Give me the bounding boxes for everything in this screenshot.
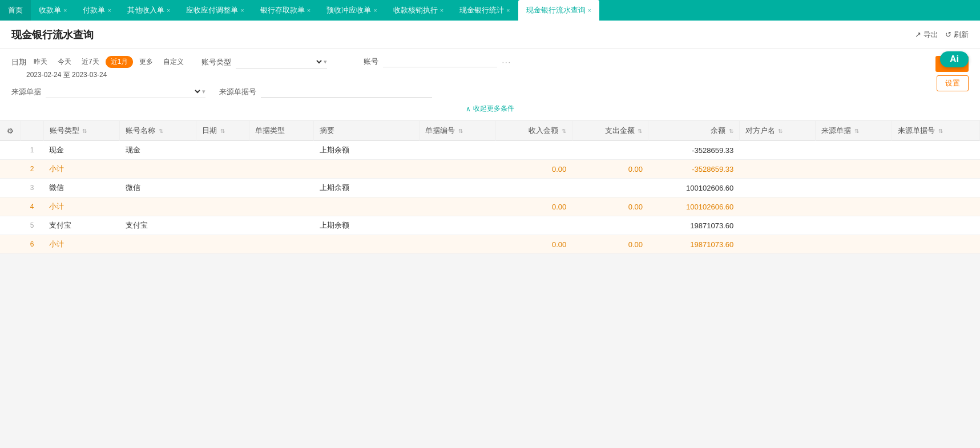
account-type-dropdown-icon: ▾: [324, 58, 327, 66]
nav-receipt-verify[interactable]: 收款核销执行 ×: [385, 0, 451, 21]
column-income[interactable]: 收入金额 ⇅: [496, 121, 572, 141]
nav-bank-deposit[interactable]: 银行存取款单 ×: [252, 0, 318, 21]
date-btn-1month[interactable]: 近1月: [106, 56, 134, 68]
cell-income: [496, 179, 572, 197]
nav-payment-close[interactable]: ×: [107, 0, 111, 21]
nav-payment[interactable]: 付款单 ×: [75, 0, 119, 21]
table-row: 5支付宝支付宝上期余额19871073.60: [0, 216, 980, 235]
cell-index: 6: [21, 235, 43, 254]
nav-prepaid-close[interactable]: ×: [373, 0, 377, 21]
cell-counterparty: [739, 179, 816, 197]
cell-doc-type: [249, 216, 314, 235]
nav-receipt-verify-close[interactable]: ×: [440, 0, 443, 21]
cell-gear: [0, 179, 21, 197]
refresh-button[interactable]: ↺ 刷新: [945, 30, 969, 40]
settings-button[interactable]: 设置: [937, 75, 969, 91]
source-doc-no-input-wrapper: [261, 86, 432, 98]
table-row: 6小计0.000.0019871073.60: [0, 235, 980, 254]
cell-source-doc: [816, 197, 892, 216]
column-source-doc-no[interactable]: 来源单据号 ⇅: [892, 121, 980, 141]
cell-source-doc-no: [892, 179, 980, 197]
cell-account-type: 小计: [43, 197, 120, 216]
cell-income: [496, 141, 572, 160]
date-btn-7days[interactable]: 近7天: [78, 56, 103, 68]
column-source-doc[interactable]: 来源单据 ⇅: [816, 121, 892, 141]
nav-bank-flow-close[interactable]: ×: [588, 0, 591, 21]
cell-summary: [314, 197, 420, 216]
column-balance[interactable]: 余额 ⇅: [648, 121, 739, 141]
cell-account-type: 支付宝: [43, 216, 120, 235]
cell-date: [196, 160, 249, 179]
cell-counterparty: [739, 216, 816, 235]
column-expense[interactable]: 支出金额 ⇅: [572, 121, 648, 141]
nav-ar-ap-adjust[interactable]: 应收应付调整单 ×: [178, 0, 252, 21]
cell-balance: 19871073.60: [648, 216, 739, 235]
cell-summary: 上期余额: [314, 179, 420, 197]
cell-counterparty: [739, 197, 816, 216]
export-button[interactable]: ↗ 导出: [915, 30, 938, 40]
nav-bank-deposit-close[interactable]: ×: [307, 0, 310, 21]
page-title: 现金银行流水查询: [11, 28, 94, 42]
nav-ar-ap-close[interactable]: ×: [240, 0, 244, 21]
column-account-name[interactable]: 账号名称 ⇅: [120, 121, 196, 141]
date-options: 昨天 今天 近7天 近1月 更多 自定义: [30, 56, 188, 68]
cell-index: 2: [21, 160, 43, 179]
cell-doc-no: [420, 235, 496, 254]
source-doc-no-input[interactable]: [261, 86, 432, 97]
cell-doc-type: [249, 179, 314, 197]
nav-prepaid-offset[interactable]: 预收冲应收单 ×: [318, 0, 385, 21]
nav-other-income[interactable]: 其他收入单 ×: [119, 0, 178, 21]
date-btn-custom[interactable]: 自定义: [159, 56, 188, 68]
source-doc-dropdown-icon: ▾: [202, 88, 205, 95]
column-gear[interactable]: ⚙: [0, 121, 21, 141]
column-index: [21, 121, 43, 141]
collapse-bar[interactable]: ∧ 收起更多条件: [11, 104, 969, 114]
source-doc-select[interactable]: [46, 86, 202, 98]
date-btn-today[interactable]: 今天: [54, 56, 75, 68]
cell-account-type: 小计: [43, 235, 120, 254]
date-btn-yesterday[interactable]: 昨天: [30, 56, 51, 68]
cell-counterparty: [739, 160, 816, 179]
cell-source-doc-no: [892, 235, 980, 254]
cell-account-name: [120, 160, 196, 179]
export-icon: ↗: [915, 30, 921, 39]
cell-index: 4: [21, 197, 43, 216]
nav-bank-stats-close[interactable]: ×: [506, 0, 510, 21]
nav-receipt-close[interactable]: ×: [63, 0, 67, 21]
column-date[interactable]: 日期 ⇅: [196, 121, 249, 141]
account-type-select[interactable]: [236, 56, 324, 68]
nav-receipt[interactable]: 收款单 ×: [31, 0, 75, 21]
cell-source-doc-no: [892, 216, 980, 235]
nav-bank-stats[interactable]: 现金银行统计 ×: [451, 0, 518, 21]
cell-source-doc: [816, 179, 892, 197]
nav-other-income-close[interactable]: ×: [167, 0, 170, 21]
data-table: ⚙ 账号类型 ⇅ 账号名称 ⇅ 日期 ⇅ 单据类型 摘要 单据编号 ⇅ 收入金额…: [0, 121, 980, 254]
column-account-type[interactable]: 账号类型 ⇅: [43, 121, 120, 141]
nav-bank-flow[interactable]: 现金银行流水查询 ×: [518, 0, 599, 21]
account-label: 账号: [364, 56, 378, 67]
cell-counterparty: [739, 141, 816, 160]
cell-gear: [0, 197, 21, 216]
cell-source-doc-no: [892, 160, 980, 179]
cell-summary: 上期余额: [314, 216, 420, 235]
cell-account-name: [120, 197, 196, 216]
column-counterparty[interactable]: 对方户名 ⇅: [739, 121, 816, 141]
cell-account-type: 现金: [43, 141, 120, 160]
cell-summary: [314, 160, 420, 179]
cell-income: [496, 216, 572, 235]
cell-index: 5: [21, 216, 43, 235]
cell-income: 0.00: [496, 197, 572, 216]
cell-expense: 0.00: [572, 235, 648, 254]
account-dots[interactable]: ···: [502, 58, 511, 66]
cell-date: [196, 141, 249, 160]
cell-doc-no: [420, 160, 496, 179]
account-input[interactable]: [383, 56, 497, 67]
cell-summary: [314, 235, 420, 254]
source-doc-no-label: 来源单据号: [219, 87, 256, 97]
cell-account-name: 支付宝: [120, 216, 196, 235]
ai-badge[interactable]: Ai: [940, 51, 969, 67]
nav-home[interactable]: 首页: [0, 0, 31, 21]
date-btn-more[interactable]: 更多: [135, 56, 157, 68]
column-doc-no[interactable]: 单据编号 ⇅: [420, 121, 496, 141]
account-type-select-wrapper: ▾: [236, 56, 327, 68]
